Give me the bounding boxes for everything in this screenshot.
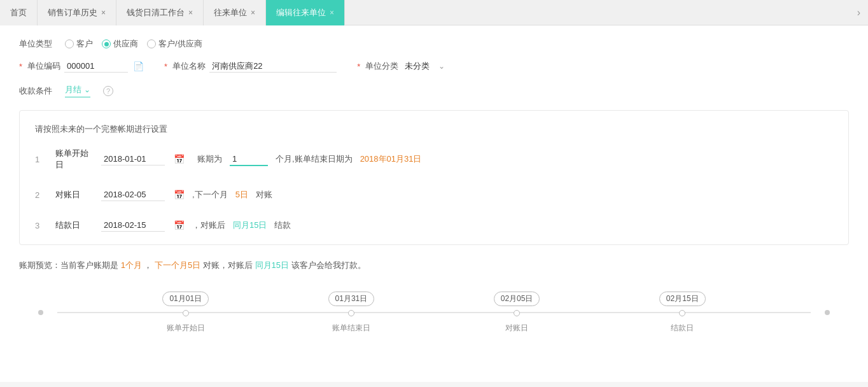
- unit-name-group: * 单位名称: [164, 60, 337, 73]
- unit-code-group: * 单位编码 📄: [19, 60, 144, 73]
- timeline-sublabel-3: 对账日: [505, 323, 528, 334]
- preview-part3: 同月15日: [255, 260, 289, 270]
- start-date-cal-icon[interactable]: 📅: [174, 154, 185, 164]
- radio-circle-customer: [65, 39, 74, 48]
- tab-sales-history[interactable]: 销售订单历史 ×: [38, 0, 116, 25]
- unit-type-label: 单位类型: [19, 38, 52, 50]
- row-label-3: 结款日: [55, 220, 94, 231]
- close-tab-partner[interactable]: ×: [251, 8, 255, 17]
- timeline-start-dot: [38, 310, 43, 315]
- radio-inner-supplier: [104, 42, 109, 46]
- unit-type-row: 单位类型 客户 供应商 客户/供应商: [19, 38, 849, 50]
- reconcile-day-highlight: 5日: [235, 189, 248, 201]
- setting-row-3: 3 结款日 📅 ，对账后 同月15日 结款: [35, 219, 833, 232]
- payment-day-highlight: 同月15日: [233, 220, 267, 231]
- reconcile-post: 对账: [256, 189, 272, 201]
- payment-condition-label: 收款条件: [19, 85, 52, 97]
- tab-partner[interactable]: 往来单位 ×: [204, 0, 266, 25]
- preview-part2: 下一个月5日: [155, 260, 200, 270]
- payment-condition-select[interactable]: 月结 ⌄: [65, 84, 90, 97]
- unit-name-label: 单位名称: [172, 60, 206, 72]
- unit-code-label: 单位编码: [27, 60, 60, 72]
- period-value-input[interactable]: [230, 153, 268, 166]
- timeline-circle-4: [679, 310, 685, 316]
- timeline-circle-2: [348, 310, 354, 316]
- preview-label: 账期预览：当前客户账期是: [19, 260, 118, 270]
- radio-both[interactable]: 客户/供应商: [147, 38, 202, 50]
- preview-sep2: 对账，对账后: [203, 260, 253, 270]
- row-num-1: 1: [35, 155, 48, 164]
- preview-part1: 1个月: [121, 260, 142, 270]
- start-date-input[interactable]: [101, 153, 165, 165]
- timeline-circle-3: [514, 310, 520, 316]
- tab-edit-partner[interactable]: 编辑往来单位 ×: [266, 0, 345, 25]
- period-label: 账期为: [197, 153, 222, 165]
- tab-bar: 首页 销售订单历史 × 钱货日清工作台 × 往来单位 × 编辑往来单位 × ›: [0, 0, 868, 25]
- timeline-point-4: 02月15日 结款日: [659, 292, 706, 334]
- timeline-date-2: 01月31日: [328, 292, 375, 306]
- preview-suffix: 该客户会给我打款。: [291, 260, 366, 270]
- preview-section: 账期预览：当前客户账期是 1个月 ， 下一个月5日 对账，对账后 同月15日 该…: [19, 258, 849, 272]
- radio-circle-supplier: [102, 39, 111, 48]
- close-tab-sales-history[interactable]: ×: [101, 8, 106, 17]
- payment-pre: ，对账后: [192, 220, 225, 231]
- timeline-circle-1: [183, 310, 189, 316]
- setting-row-2: 2 对账日 📅 ,下一个月 5日 对账: [35, 188, 833, 201]
- timeline-point-2: 01月31日 账单结束日: [328, 292, 375, 334]
- unit-category-value: 未分类: [405, 60, 430, 72]
- main-content: 单位类型 客户 供应商 客户/供应商 * 单位编码 📄: [0, 25, 868, 382]
- row-label-1: 账单开始日: [55, 148, 94, 171]
- unit-category-group: * 单位分类 未分类 ⌄: [357, 60, 445, 72]
- payment-help-icon[interactable]: ?: [103, 86, 113, 96]
- tab-cash-work[interactable]: 钱货日清工作台 ×: [116, 0, 204, 25]
- payment-condition-row: 收款条件 月结 ⌄ ?: [19, 84, 849, 97]
- timeline-sublabel-2: 账单结束日: [332, 323, 370, 334]
- close-tab-edit-partner[interactable]: ×: [330, 8, 334, 17]
- reconcile-date-cal-icon[interactable]: 📅: [174, 190, 185, 200]
- timeline-point-3: 02月05日 对账日: [494, 292, 540, 334]
- tab-home[interactable]: 首页: [0, 0, 38, 25]
- tab-more-button[interactable]: ›: [850, 7, 868, 18]
- timeline-items: 01月01日 账单开始日 01月31日 账单结束日 02月05日 对账日 02月…: [38, 292, 830, 334]
- payment-date-cal-icon[interactable]: 📅: [174, 220, 185, 230]
- payment-post: 结款: [274, 220, 291, 231]
- timeline-sublabel-4: 结款日: [671, 323, 694, 334]
- unit-info-row: * 单位编码 📄 * 单位名称 * 单位分类 未分类 ⌄: [19, 60, 849, 73]
- unit-category-dropdown-arrow[interactable]: ⌄: [438, 62, 445, 71]
- row-num-2: 2: [35, 190, 48, 200]
- payment-condition-arrow: ⌄: [84, 85, 90, 94]
- radio-customer[interactable]: 客户: [65, 38, 93, 50]
- timeline-date-3: 02月05日: [494, 292, 540, 306]
- reconcile-pre: ,下一个月: [192, 189, 228, 201]
- timeline-end-dot: [825, 310, 830, 315]
- period-unit: 个月,账单结束日期为: [276, 153, 353, 165]
- reconcile-date-input[interactable]: [101, 188, 165, 201]
- radio-supplier[interactable]: 供应商: [102, 38, 138, 50]
- close-tab-cash-work[interactable]: ×: [188, 8, 193, 17]
- unit-category-label: 单位分类: [365, 60, 398, 72]
- period-settings-box: 请按照未来的一个完整帐期进行设置 1 账单开始日 📅 账期为 个月,账单结束日期…: [19, 110, 849, 245]
- row-num-3: 3: [35, 221, 48, 230]
- timeline-sublabel-1: 账单开始日: [167, 323, 205, 334]
- period-end-date: 2018年01月31日: [360, 153, 422, 165]
- timeline-date-1: 01月01日: [162, 292, 209, 306]
- unit-type-radio-group: 客户 供应商 客户/供应商: [65, 38, 202, 50]
- payment-condition-value: 月结: [65, 84, 81, 95]
- unit-name-input[interactable]: [209, 60, 337, 73]
- radio-circle-both: [147, 39, 156, 48]
- row-label-2: 对账日: [55, 189, 94, 201]
- timeline-point-1: 01月01日 账单开始日: [162, 292, 209, 334]
- preview-sep1: ，: [144, 260, 152, 270]
- timeline-date-4: 02月15日: [659, 292, 706, 306]
- setting-row-1: 1 账单开始日 📅 账期为 个月,账单结束日期为 2018年01月31日: [35, 148, 833, 171]
- payment-date-input[interactable]: [101, 219, 165, 232]
- timeline: 01月01日 账单开始日 01月31日 账单结束日 02月05日 对账日 02月…: [19, 285, 849, 340]
- unit-code-icon[interactable]: 📄: [133, 61, 144, 71]
- unit-code-input[interactable]: [64, 60, 128, 73]
- section-description: 请按照未来的一个完整帐期进行设置: [35, 123, 833, 135]
